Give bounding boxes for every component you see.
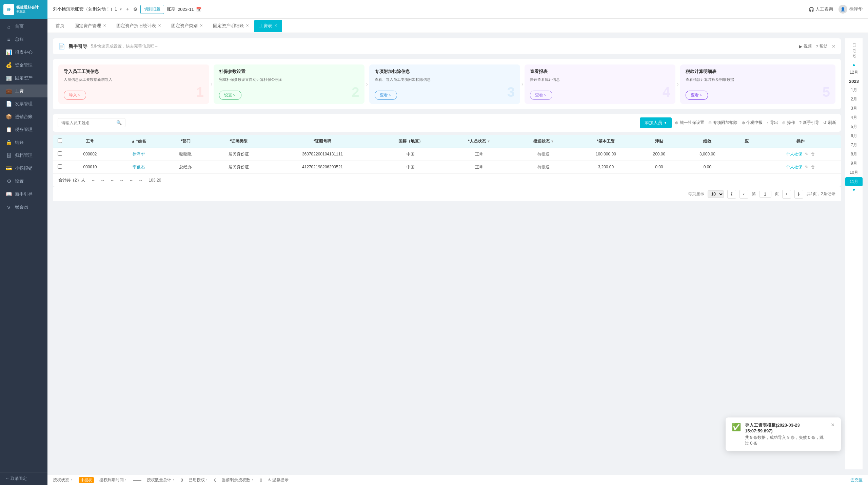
tab-category[interactable]: 固定资产类别✕ bbox=[166, 20, 208, 32]
page-prev-btn[interactable]: ‹ bbox=[739, 190, 748, 199]
sidebar-item-settings[interactable]: ⚙ 设置 bbox=[0, 175, 47, 188]
step-btn-1[interactable]: 导入＞ bbox=[64, 91, 86, 100]
step-btn-3[interactable]: 查看＞ bbox=[375, 91, 397, 100]
toolbar-action-export[interactable]: ↑ 导出 bbox=[767, 120, 778, 126]
calendar-month-mar[interactable]: 3月 bbox=[845, 104, 863, 113]
toolbar-action-tax-report[interactable]: ⊕ 个税申报 bbox=[742, 120, 763, 126]
guide-video-link[interactable]: ▶ 视频 bbox=[799, 43, 812, 49]
step-arrow-2: › bbox=[364, 81, 369, 87]
step-btn-5[interactable]: 查看＞ bbox=[686, 91, 708, 100]
sidebar-item-guide[interactable]: 📖 新手引导 bbox=[0, 188, 47, 201]
auth-total-label: 授权数量总计： bbox=[147, 477, 175, 483]
row-action-delete-1[interactable]: 🗑 bbox=[811, 165, 815, 169]
tab-close-category[interactable]: ✕ bbox=[200, 23, 203, 28]
sidebar-icon-ledger: ≡ bbox=[5, 37, 12, 42]
old-version-button[interactable]: 切到旧版 bbox=[140, 5, 164, 14]
sidebar-item-expense[interactable]: 💳 小畅报销 bbox=[0, 162, 47, 175]
tab-close-fixed-assets[interactable]: ✕ bbox=[103, 23, 106, 28]
sidebar-item-fixed-assets[interactable]: 🏢 固定资产 bbox=[0, 72, 47, 85]
row-action-edit-0[interactable]: ✎ bbox=[805, 152, 808, 156]
account-selector[interactable]: 刘小艳演示账套（勿删勿动！）1 ▼ bbox=[53, 6, 122, 12]
row-checkbox-0[interactable] bbox=[53, 148, 66, 161]
row-action-social-0[interactable]: 个人社保 bbox=[786, 151, 802, 157]
calendar-month-apr[interactable]: 4月 bbox=[845, 113, 863, 122]
guide-close-btn[interactable]: ✕ bbox=[832, 44, 835, 49]
sidebar-item-home[interactable]: ⌂ 首页 bbox=[0, 20, 47, 33]
tab-close-salary-table[interactable]: ✕ bbox=[274, 23, 277, 28]
calendar-month-year[interactable]: 2023 bbox=[845, 77, 863, 86]
page-last-btn[interactable]: ⟫ bbox=[794, 190, 803, 199]
sidebar-item-ledger[interactable]: ≡ 总账 bbox=[0, 33, 47, 46]
tab-detail[interactable]: 固定资产明细账✕ bbox=[208, 20, 254, 32]
sidebar-item-finance[interactable]: 💰 资金管理 bbox=[0, 59, 47, 72]
add-person-button[interactable]: 添加人员 ▼ bbox=[640, 117, 672, 128]
row-action-delete-0[interactable]: 🗑 bbox=[811, 152, 815, 156]
calendar-next-arrow[interactable]: ▼ bbox=[852, 186, 856, 193]
select-all-checkbox[interactable] bbox=[58, 138, 62, 143]
per-page-select[interactable]: 10 20 50 bbox=[708, 190, 724, 198]
toolbar-action-social-insurance[interactable]: ⊕ 统一社保设置 bbox=[675, 120, 704, 126]
page-next-btn[interactable]: › bbox=[782, 190, 791, 199]
row-basic-salary-0: 100,000.00 bbox=[575, 148, 637, 161]
sidebar-item-invoice[interactable]: 📄 发票管理 bbox=[0, 97, 47, 110]
sidebar-item-reports[interactable]: 📊 报表中心 bbox=[0, 46, 47, 59]
user-info[interactable]: 👤 徐泽华 bbox=[839, 5, 863, 14]
page-label: 第 bbox=[752, 191, 756, 197]
calendar-month-aug[interactable]: 8月 bbox=[845, 150, 863, 159]
calendar-month-jul[interactable]: 7月 bbox=[845, 141, 863, 150]
sidebar-item-inventory[interactable]: 📦 进销台账 bbox=[0, 110, 47, 123]
tab-depreciation[interactable]: 固定资产折旧统计表✕ bbox=[112, 20, 166, 32]
calendar-month-oct[interactable]: 10月 bbox=[845, 168, 863, 177]
tab-close-detail[interactable]: ✕ bbox=[246, 23, 249, 28]
page-first-btn[interactable]: ⟪ bbox=[727, 190, 736, 199]
sidebar-label-fixed-assets: 固定资产 bbox=[15, 75, 33, 81]
calendar-month-sep[interactable]: 9月 bbox=[845, 159, 863, 168]
calendar-month-dec[interactable]: 12月 bbox=[845, 68, 863, 77]
tab-fixed-assets[interactable]: 固定资产管理✕ bbox=[70, 20, 111, 32]
row-emp-id-0: 000002 bbox=[66, 148, 114, 161]
step-btn-2[interactable]: 设置＞ bbox=[219, 91, 241, 100]
sidebar-item-salary[interactable]: 💼 工资 bbox=[0, 85, 47, 97]
row-select-0[interactable] bbox=[58, 151, 62, 156]
toolbar-action-operation[interactable]: ⊕ 操作 bbox=[782, 120, 795, 126]
sidebar-item-member[interactable]: V 畅会员 bbox=[0, 201, 47, 213]
add-account-icon[interactable]: ＋ bbox=[125, 6, 130, 12]
tab-home[interactable]: 首页 bbox=[51, 20, 69, 32]
row-action-social-1[interactable]: 个人社保 bbox=[786, 164, 802, 170]
charge-link[interactable]: 去充值 bbox=[850, 477, 863, 483]
sidebar-item-tax[interactable]: 📋 税务管理 bbox=[0, 123, 47, 136]
page-input[interactable] bbox=[759, 191, 771, 198]
footer-dash4: -- bbox=[120, 178, 123, 183]
calendar-month-nov[interactable]: 11月 bbox=[845, 177, 863, 186]
action-icon-tax-report: ⊕ bbox=[742, 120, 745, 125]
sidebar-item-closing[interactable]: 🔒 结账 bbox=[0, 136, 47, 149]
sidebar-item-archive[interactable]: 🗄 归档管理 bbox=[0, 149, 47, 162]
row-select-1[interactable] bbox=[58, 164, 62, 169]
row-name-1[interactable]: 李俊杰 bbox=[114, 161, 163, 173]
guide-title-area: 新手引导 bbox=[68, 43, 87, 50]
step-btn-4[interactable]: 查看＞ bbox=[530, 91, 552, 100]
calendar-month-jun[interactable]: 6月 bbox=[845, 131, 863, 141]
toast-close-btn[interactable]: ✕ bbox=[831, 422, 835, 428]
settings-icon[interactable]: ⚙ bbox=[133, 6, 138, 12]
row-status-1: 正常 bbox=[446, 161, 512, 173]
search-input[interactable] bbox=[61, 120, 114, 125]
guide-help-link[interactable]: ? 帮助 bbox=[816, 43, 828, 49]
sidebar-unpin[interactable]: ← 取消固定 bbox=[0, 472, 47, 485]
action-label-guide-btn: 新手引导 bbox=[803, 120, 819, 126]
tab-salary-table[interactable]: 工资表✕ bbox=[254, 20, 282, 32]
calendar-month-jan[interactable]: 1月 bbox=[845, 86, 863, 95]
calendar-month-feb[interactable]: 2月 bbox=[845, 95, 863, 104]
step-desc-1: 人员信息及工资数据新增导入 bbox=[64, 77, 204, 82]
row-name-0[interactable]: 徐泽华 bbox=[114, 148, 163, 161]
row-action-edit-1[interactable]: ✎ bbox=[805, 165, 808, 169]
toolbar-action-deduction[interactable]: ⊕ 专项附加扣除 bbox=[708, 120, 737, 126]
calendar-prev-arrow[interactable]: ▲ bbox=[852, 61, 856, 68]
tab-close-depreciation[interactable]: ✕ bbox=[158, 23, 161, 28]
calendar-month-may[interactable]: 5月 bbox=[845, 122, 863, 131]
toolbar-action-refresh[interactable]: ↺ 刷新 bbox=[823, 120, 836, 126]
ai-consult[interactable]: 🎧 人工咨询 bbox=[809, 6, 833, 12]
row-checkbox-1[interactable] bbox=[53, 161, 66, 173]
toolbar-action-guide-btn[interactable]: ? 新手引导 bbox=[799, 120, 819, 126]
calendar-icon[interactable]: 📅 bbox=[196, 7, 201, 12]
